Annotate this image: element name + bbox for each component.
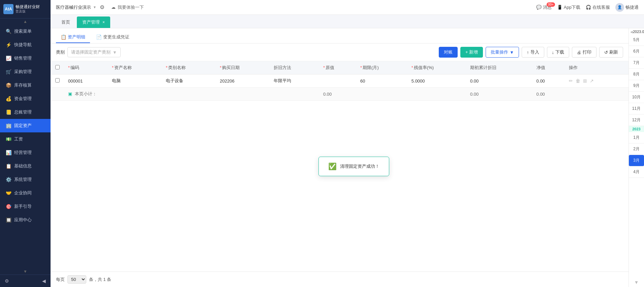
download-label: 下载 [555,49,564,55]
toast-message: 清理固定资产成功！ [340,163,379,169]
sidebar-item-inventory[interactable]: 📦 库存核算 [0,78,51,92]
subtab-asset-detail-label: 资产明细 [68,34,85,40]
cell-period: 60 [356,74,407,88]
col-category: *类别名称 [162,61,216,74]
tab-asset-label: 资产管理 [82,19,100,25]
sidebar-item-appcenter[interactable]: 🔲 应用中心 [0,213,51,227]
settings-button[interactable]: ⚙ [100,4,104,10]
subtab-asset-detail[interactable]: 📋 资产明细 [56,32,90,43]
app-logo-icon: AtA [3,4,13,14]
cal-month-2[interactable]: 2月 [629,144,644,155]
cal-month-8[interactable]: 8月 [629,69,644,80]
download-icon: ↓ [552,50,554,55]
action-icons: ✏ 🗑 ⊞ ↗ [569,78,624,84]
batch-button[interactable]: 批量操作 ▼ [486,47,519,58]
subtab-change-voucher[interactable]: 📄 变更生成凭证 [91,32,134,43]
sidebar-item-collab[interactable]: 🤝 企业协同 [0,186,51,200]
sidebar-item-guide[interactable]: 🎯 新手引导 [0,200,51,213]
collapse-icon[interactable]: ◀ [42,278,46,284]
cal-month-1[interactable]: 1月 [629,132,644,144]
system-icon: ⚙️ [5,177,11,183]
col-code: *编码 [64,61,108,74]
toast-notification: ✅ 清理固定资产成功！ [318,157,389,176]
cell-residual-rate: 5.0000 [407,74,466,88]
sidebar-item-management[interactable]: 📊 经营管理 [0,146,51,159]
change-voucher-icon: 📄 [96,34,102,40]
online-service-button[interactable]: 🎧 在线客服 [586,4,610,10]
sidebar-item-quicknav[interactable]: ⚡ 快捷导航 [0,38,51,52]
download-button[interactable]: ↓ 下载 [547,47,570,58]
sidebar-item-label: 快捷导航 [14,42,32,48]
app-download-button[interactable]: 📱 App下载 [557,4,580,10]
edit-icon[interactable]: ✏ [569,78,573,84]
delete-icon[interactable]: 🗑 [576,78,580,84]
sidebar-item-basics[interactable]: 📋 基础信息 [0,159,51,173]
pagination: 每页 50 10 20 100 条，共 1 条 [51,272,628,287]
row-checkbox[interactable] [55,78,60,83]
cal-month-12[interactable]: 12月 [629,115,644,126]
new-button[interactable]: + 新增 [460,47,483,58]
refresh-icon: ↺ [604,50,608,55]
sidebar-scroll-up[interactable]: ▲ [23,19,27,24]
sidebar-item-system[interactable]: ⚙️ 系统管理 [0,173,51,186]
user-profile[interactable]: 👤 畅捷通 [615,3,639,12]
import-button[interactable]: ↑ 导入 [522,47,544,58]
cell-category: 电子设备 [162,74,216,88]
cal-month-5[interactable]: 5月 [629,34,644,46]
sidebar-item-label: 企业协同 [14,190,32,196]
sidebar-item-payroll[interactable]: 💵 工资 [0,132,51,146]
tab-home[interactable]: 首页 [56,17,75,28]
sidebar-item-capital[interactable]: 💰 资金管理 [0,92,51,105]
sidebar-scroll-down[interactable]: ▼ [23,269,27,274]
reconcile-button[interactable]: 对账 [439,47,458,58]
refresh-button[interactable]: ↺ 刷新 [599,47,623,58]
select-all-checkbox[interactable] [55,65,60,69]
calendar-toggle[interactable]: ◀ [630,30,633,34]
message-badge: 99+ [547,2,555,7]
row-checkbox-cell[interactable] [51,74,64,88]
cal-month-10[interactable]: 10月 [629,92,644,103]
copy-icon[interactable]: ⊞ [583,78,587,84]
management-icon: 📊 [5,150,11,156]
batch-label: 批量操作 [491,49,508,55]
col-period: *期限(月) [356,61,407,74]
cal-month-4[interactable]: 4月 [629,166,644,178]
cal-month-11[interactable]: 11月 [629,103,644,115]
cell-original-value [319,74,356,88]
cal-month-7[interactable]: 7月 [629,57,644,69]
sidebar-item-sales[interactable]: 📈 销售管理 [0,52,51,65]
sidebar-item-purchase[interactable]: 🛒 采购管理 [0,65,51,78]
sidebar-item-label: 搜索菜单 [14,28,32,34]
calendar-months: 5月 6月 7月 8月 9月 10月 11月 12月 2023 1月 2月 3月… [629,34,644,278]
cal-nav-down[interactable]: ▼ [634,280,639,285]
cal-month-3[interactable]: 3月 [629,155,644,166]
category-placeholder: 请选择固定资产类别 [71,49,111,55]
sidebar-nav: 🔍 搜索菜单 ⚡ 快捷导航 📈 销售管理 🛒 采购管理 📦 库存核算 💰 资金管… [0,25,51,268]
cal-month-6[interactable]: 6月 [629,46,644,57]
sidebar-item-search[interactable]: 🔍 搜索菜单 [0,25,51,38]
experience-button[interactable]: ☁ 我要体验一下 [111,4,144,10]
cal-month-9[interactable]: 9月 [629,80,644,92]
subtotal-label: 本页小计： [75,91,97,96]
sales-icon: 📈 [5,55,11,61]
purchase-icon: 🛒 [5,69,11,75]
select-all-header[interactable] [51,61,64,74]
print-button[interactable]: 🖨 打印 [572,47,596,58]
main-area: 医疗器械行业演示 ▼ ⚙ ☁ 我要体验一下 💬 消息 99+ 📱 App下载 🎧… [51,0,644,287]
settings-icon[interactable]: ⚙ [5,278,9,284]
download-icon: 📱 [557,5,562,10]
collab-icon: 🤝 [5,190,11,196]
message-button[interactable]: 💬 消息 99+ [536,4,552,10]
sidebar-item-fixed-assets[interactable]: 🏢 固定资产 [0,119,51,132]
more-icon[interactable]: ↗ [590,78,594,84]
subtabs: 📋 资产明细 📄 变更生成凭证 [51,28,628,43]
tab-close-icon[interactable]: × [102,20,105,25]
category-select[interactable]: 请选择固定资产类别 ▼ [67,47,121,57]
per-page-select[interactable]: 50 10 20 100 [67,275,86,284]
sidebar: AtA 畅捷通好业财 普及版 ▲ 🔍 搜索菜单 ⚡ 快捷导航 📈 销售管理 🛒 … [0,0,51,287]
tab-asset-management[interactable]: 资产管理 × [77,17,110,28]
sidebar-item-ledger[interactable]: 📒 总账管理 [0,105,51,119]
subtotal-icon: ▣ [68,91,72,96]
online-service-label: 在线客服 [592,4,610,10]
company-selector[interactable]: 医疗器械行业演示 ▼ [56,4,96,10]
